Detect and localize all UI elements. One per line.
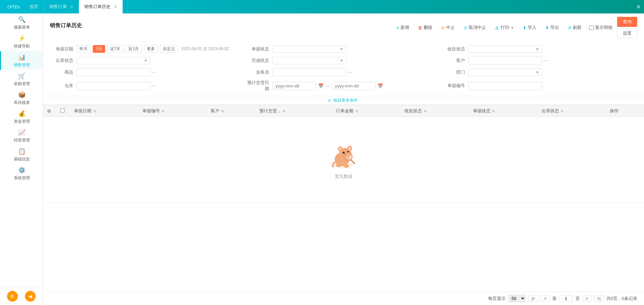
- cancel-stop-label: 取消中止: [469, 25, 486, 31]
- sort-warehouse-status-icon[interactable]: ⇅: [561, 109, 563, 113]
- tab-home[interactable]: 首页: [24, 0, 44, 13]
- sort-order-amount-icon[interactable]: ⇅: [355, 109, 358, 113]
- sidebar-collapse-btn[interactable]: ◀: [25, 291, 36, 302]
- settings-icon[interactable]: ⚙: [47, 109, 51, 114]
- select-all-checkbox[interactable]: [60, 108, 65, 113]
- cancel-stop-button[interactable]: ⊙ 取消中止: [460, 23, 489, 32]
- display-detail-checkbox[interactable]: [589, 26, 594, 30]
- sidebar-item-inventory[interactable]: 📦 库存核算: [0, 89, 43, 108]
- total-text: 共0页，0条记录: [606, 296, 637, 302]
- last-page-btn[interactable]: >|: [594, 295, 604, 302]
- sort-customer-icon[interactable]: ⇅: [221, 109, 224, 113]
- sort-expected-date-icon[interactable]: ⇅: [283, 109, 285, 113]
- salesperson-input[interactable]: [272, 68, 346, 76]
- customer-dots[interactable]: ···: [544, 58, 548, 64]
- th-doc-date: 单据日期 ⇅: [70, 105, 138, 117]
- th-doc-number-label: 单据编号: [142, 108, 160, 113]
- top-bar: OfTEn 首页 销售订单 ✕ 销售订单历史 ✕ ✕: [0, 0, 644, 13]
- payment-status-select[interactable]: ▼: [468, 45, 542, 53]
- sidebar-item-sales-mgmt-label: 销售管理: [14, 62, 30, 68]
- settings-button[interactable]: 设置: [617, 28, 637, 38]
- date-separator: —: [326, 83, 330, 88]
- sidebar-item-purchase-mgmt-label: 采购管理: [14, 81, 30, 87]
- warehouse-status-select[interactable]: ▼: [77, 57, 151, 64]
- th-action-label: 操作: [610, 108, 618, 113]
- th-action: 操作: [606, 105, 644, 117]
- title-toolbar-row: 销售订单历史 + 新增 🗑 删除 ⊘ 中止 ⊙: [43, 13, 644, 41]
- first-page-btn[interactable]: |<: [528, 295, 538, 302]
- warehouse-dots[interactable]: ···: [152, 83, 156, 89]
- date-options-group: 昨天 3天 近7天 近1月 更多 自定义 2023-06-02 至 2023-0…: [77, 45, 246, 53]
- doc-number-input[interactable]: [468, 82, 542, 90]
- next-page-btn[interactable]: >: [583, 295, 591, 302]
- date-btn-more[interactable]: 更多: [144, 45, 158, 53]
- doc-status-arrow: ▼: [340, 47, 343, 51]
- sort-doc-date-icon[interactable]: ⇅: [93, 109, 96, 113]
- doc-status-select[interactable]: ▼: [272, 45, 346, 53]
- sidebar-item-sales-mgmt[interactable]: 📊 销售管理: [0, 51, 43, 70]
- dept-select[interactable]: ▼: [468, 69, 542, 76]
- print-button[interactable]: 🖨 打印 ▼: [491, 23, 517, 32]
- page-number-input[interactable]: [559, 295, 573, 302]
- import-button[interactable]: ⬇ 导入: [519, 23, 540, 32]
- sidebar-item-operation[interactable]: 📈 经营管理: [0, 126, 43, 145]
- collapse-label: 收起更多条件: [334, 98, 358, 103]
- tab-sales-order-history-close[interactable]: ✕: [114, 5, 117, 9]
- date-btn-custom[interactable]: 自定义: [160, 45, 178, 53]
- date-btn-7days[interactable]: 近7天: [107, 45, 124, 53]
- display-detail-checkbox-group[interactable]: 显示明细: [589, 25, 612, 31]
- toolbar-divider: [587, 24, 587, 31]
- export-button[interactable]: ⬆ 导出: [542, 23, 562, 32]
- filter-cell-complete-status: 完成状态 ▼: [246, 57, 441, 64]
- tab-sales-order-close[interactable]: ✕: [70, 5, 73, 9]
- sidebar-item-search-menu[interactable]: 🔍 搜索菜单: [0, 13, 43, 32]
- svg-point-13: [336, 164, 341, 167]
- sort-doc-status-icon[interactable]: ⇅: [492, 109, 495, 113]
- tab-sales-order[interactable]: 销售订单 ✕: [44, 0, 79, 13]
- sidebar-item-quick-nav[interactable]: ⚡ 快捷导航: [0, 32, 43, 51]
- empty-illustration: [327, 140, 360, 174]
- new-button[interactable]: + 新增: [393, 23, 413, 32]
- sidebar-item-purchase-mgmt[interactable]: 🛒 采购管理: [0, 70, 43, 89]
- expected-date-start[interactable]: [272, 82, 316, 90]
- prev-page-btn[interactable]: <: [541, 295, 550, 302]
- sidebar-item-base-info[interactable]: 📋 基础信息: [0, 145, 43, 164]
- quick-nav-icon: ⚡: [18, 35, 26, 42]
- payment-status-label: 收款状态: [441, 46, 468, 52]
- empty-text: 暂无数据: [335, 174, 352, 180]
- sidebar-item-system-mgmt[interactable]: ⚙️ 系统管理: [0, 164, 43, 183]
- date-btn-1month[interactable]: 近1月: [125, 45, 142, 53]
- complete-status-select[interactable]: ▼: [272, 57, 346, 64]
- collapse-bar[interactable]: ∧ 收起更多条件: [43, 96, 644, 105]
- th-order-amount-label: 订单金额: [336, 108, 353, 113]
- refresh-button[interactable]: ↺ 刷新: [564, 23, 585, 32]
- product-input[interactable]: [77, 68, 151, 76]
- filter-cell-expected-date: 预计交货日期 📅 — 📅: [246, 80, 441, 92]
- page-size-select[interactable]: 50 10 20 100: [508, 295, 526, 302]
- tab-sales-order-history-label: 销售订单历史: [84, 4, 111, 10]
- delete-button[interactable]: 🗑 删除: [415, 23, 436, 32]
- date-btn-today[interactable]: 昨天: [77, 45, 91, 53]
- customer-input[interactable]: [468, 56, 542, 65]
- product-dots[interactable]: ···: [152, 69, 156, 75]
- stop-button[interactable]: ⊘ 中止: [438, 23, 458, 32]
- sort-doc-number-icon[interactable]: ⇅: [162, 109, 164, 113]
- svg-point-12: [345, 154, 351, 160]
- data-table: ⚙ 单据日期 ⇅ 单据编号 ⇅: [43, 105, 644, 203]
- sort-payment-status-icon[interactable]: ⇅: [424, 109, 427, 113]
- query-button[interactable]: 查询: [617, 17, 637, 27]
- calendar-end-icon[interactable]: 📅: [378, 83, 383, 88]
- calendar-start-icon[interactable]: 📅: [318, 83, 324, 88]
- filter-cell-doc-status: 单据状态 ▼: [246, 45, 441, 53]
- sidebar-settings-btn[interactable]: ⚙: [7, 291, 18, 302]
- salesperson-dots[interactable]: ···: [348, 69, 352, 75]
- window-close-icon[interactable]: ✕: [636, 4, 641, 10]
- filter-row-2: 出库状态 ▼ 完成状态 ▼ 客户: [50, 56, 637, 65]
- brand-text: OfTEn: [7, 4, 20, 9]
- th-order-amount: 订单金额 ⇅: [332, 105, 400, 117]
- sidebar-item-finance[interactable]: 💰 资金管理: [0, 108, 43, 126]
- expected-date-end[interactable]: [332, 82, 376, 90]
- tab-sales-order-history[interactable]: 销售订单历史 ✕: [79, 0, 123, 13]
- warehouse-input[interactable]: [77, 82, 151, 90]
- date-btn-3days[interactable]: 3天: [93, 45, 105, 53]
